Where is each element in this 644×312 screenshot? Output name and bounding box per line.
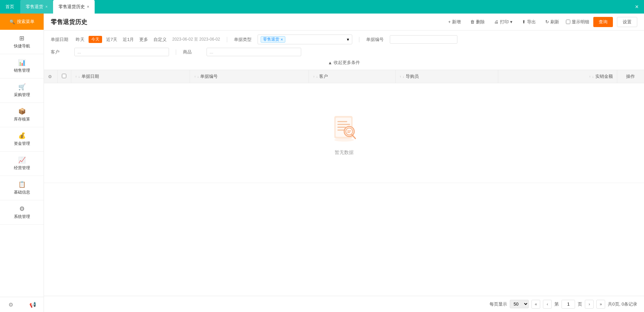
volume-icon: 📢 [29,302,36,308]
th-doc-date: ↑ ↓ 单据日期 [71,70,190,83]
settings-bottom-btn[interactable]: ⚙ [0,297,22,312]
date-opt-custom[interactable]: 自定义 [152,36,168,43]
top-bar: 首页 零售退货 × 零售退货历史 × × [0,0,644,14]
sidebar-item-purchase[interactable]: 🛒 采购管理 [0,79,44,103]
window-close-button[interactable]: × [629,3,644,10]
show-detail-label: 显示明细 [572,19,589,25]
tab-retail-return-label: 零售退货 [26,4,43,10]
customer-placeholder: ... [77,49,81,54]
page-title: 零售退货历史 [51,18,446,26]
empty-text: 暂无数据 [335,150,354,156]
sidebar-item-basic-info[interactable]: 📋 基础信息 [0,176,44,200]
doc-type-tag[interactable]: 零售退货 × [261,36,285,43]
date-opt-7days[interactable]: 近7天 [105,36,119,43]
sidebar-search-label: 搜索菜单 [17,19,34,25]
date-opt-1month[interactable]: 近1月 [121,36,135,43]
guide-sort-asc: ↑ [400,75,401,79]
filter-divider-3 [176,49,176,55]
date-opt-yesterday[interactable]: 昨天 [74,36,86,43]
date-opt-today[interactable]: 今天 [89,36,102,43]
page-input[interactable] [562,300,575,309]
export-button[interactable]: ⬆ 导出 [519,18,539,26]
next-page-button[interactable]: › [585,300,594,309]
header-actions: + 新增 🗑 删除 🖨 打印 ▾ ⬆ 导出 ↻ 刷新 [446,17,637,27]
th-doc-date-sortable[interactable]: ↑ ↓ 单据日期 [75,73,186,80]
filter-divider-2 [359,37,359,42]
sidebar-item-operations[interactable]: 📈 经营管理 [0,152,44,176]
th-customer-sortable[interactable]: ↑ ↓ 客户 [313,73,391,80]
doc-type-tag-close[interactable]: × [281,37,283,42]
collapse-button[interactable]: ▲ 收起更多条件 [328,60,360,66]
tab-retail-return[interactable]: 零售退货 × [20,0,53,14]
svg-point-0 [334,138,354,142]
th-guide-sortable[interactable]: ↑ ↓ 导购员 [400,73,494,80]
query-button[interactable]: 查询 [593,17,613,27]
next-page-icon: › [589,302,590,307]
sidebar-search[interactable]: 🔍 搜索菜单 [0,14,44,30]
doc-type-select[interactable]: 零售退货 × ▾ [258,35,352,44]
table-area: ⚙ ↑ ↓ 单据日期 [44,70,644,296]
settings-button[interactable]: 设置 [617,17,637,27]
print-button[interactable]: 🖨 打印 ▾ [492,18,515,26]
print-dropdown-icon: ▾ [510,19,512,24]
empty-state-cell: 暂无数据 [44,83,644,183]
page-header: 零售退货历史 + 新增 🗑 删除 🖨 打印 ▾ ⬆ 导出 [44,14,644,30]
goods-label: 商品 [183,49,207,55]
first-page-button[interactable]: « [531,300,540,309]
show-detail-input[interactable] [566,20,570,24]
sidebar-item-inventory[interactable]: 📦 库存核算 [0,103,44,127]
page-size-select[interactable]: 10 20 50 100 [510,300,529,308]
purchase-icon: 🛒 [18,83,26,91]
last-page-button[interactable]: » [596,300,605,309]
tab-retail-return-close[interactable]: × [45,4,48,9]
sidebar-item-quick-nav-label: 快捷导航 [14,43,30,49]
sidebar-item-sales[interactable]: 📊 销售管理 [0,54,44,79]
customer-select[interactable]: ... [74,48,169,56]
th-amount-sortable[interactable]: ↑ ↓ 实销金额 [502,73,613,80]
last-page-icon: » [600,302,602,307]
th-guide: ↑ ↓ 导购员 [395,70,498,83]
customer-sort-desc: ↓ [316,75,318,79]
tab-retail-return-history[interactable]: 零售退货历史 × [53,0,95,14]
date-opt-more[interactable]: 更多 [138,36,149,43]
doc-type-label: 单据类型 [234,37,258,43]
tab-home-label: 首页 [5,4,14,10]
page-unit: 页 [578,301,582,307]
svg-point-8 [346,128,353,135]
sidebar-item-system[interactable]: ⚙ 系统管理 [0,200,44,225]
gear-icon[interactable]: ⚙ [48,74,52,79]
doc-number-input[interactable] [390,35,457,44]
sidebar-item-quick-nav[interactable]: ⊞ 快捷导航 [0,30,44,54]
date-options: 昨天 今天 近7天 近1月 更多 自定义 2023-06-02 至 2023-0… [74,36,220,43]
tab-home[interactable]: 首页 [0,0,20,14]
filter-divider-1 [227,37,227,42]
volume-bottom-btn[interactable]: 📢 [22,297,44,312]
sidebar-item-operations-label: 经营管理 [14,165,30,171]
sidebar-item-finance[interactable]: 💰 资金管理 [0,127,44,152]
new-button[interactable]: + 新增 [446,18,463,26]
doc-date-sort-asc: ↑ [75,75,77,79]
delete-button[interactable]: 🗑 删除 [468,18,487,26]
doc-type-value: 零售退货 [263,37,279,42]
goods-select[interactable]: ... [207,48,301,56]
print-icon: 🖨 [494,19,499,24]
data-table: ⚙ ↑ ↓ 单据日期 [44,70,644,183]
inventory-icon: 📦 [18,108,26,115]
th-gear: ⚙ [44,70,57,83]
prev-page-button[interactable]: ‹ [543,300,552,309]
delete-button-label: 删除 [476,19,485,25]
empty-state: 暂无数据 [44,83,644,183]
guide-sort-desc: ↓ [403,75,404,79]
svg-rect-11 [347,132,350,133]
refresh-button[interactable]: ↻ 刷新 [543,18,562,26]
delete-icon: 🗑 [470,19,475,24]
show-detail-checkbox[interactable]: 显示明细 [566,19,589,25]
doc-date-sort-desc: ↓ [78,75,80,79]
filter-row-1: 单据日期 昨天 今天 近7天 近1月 更多 自定义 2023-06-02 至 2… [51,35,637,44]
main-layout: 🔍 搜索菜单 ⊞ 快捷导航 📊 销售管理 🛒 采购管理 📦 库存核算 💰 资金管… [0,14,644,312]
th-doc-number-label: 单据编号 [200,73,218,80]
th-doc-number-sortable[interactable]: ↑ ↓ 单据编号 [194,73,305,80]
tab-retail-return-history-close[interactable]: × [87,4,89,9]
select-all-checkbox[interactable] [62,74,66,78]
sidebar-item-system-label: 系统管理 [14,214,30,220]
